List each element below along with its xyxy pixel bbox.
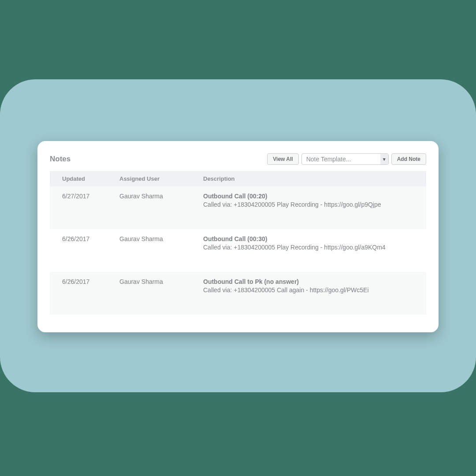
cell-description: Outbound Call to Pk (no answer) Called v…: [203, 278, 414, 294]
description-title: Outbound Call to Pk (no answer): [203, 278, 414, 285]
panel-title: Notes: [50, 155, 71, 164]
add-note-button[interactable]: Add Note: [391, 153, 426, 165]
cell-updated: 6/27/2017: [62, 193, 119, 208]
description-body: Called via: +18304200005 Call again - ht…: [203, 286, 414, 294]
col-header-description: Description: [203, 175, 414, 182]
col-header-assigned-user: Assigned User: [119, 175, 203, 182]
cell-assigned-user: Gaurav Sharma: [119, 235, 203, 251]
table-header: Updated Assigned User Description: [50, 171, 426, 186]
note-template-placeholder: Note Template...: [301, 153, 389, 165]
notes-table: Updated Assigned User Description 6/27/2…: [37, 171, 439, 315]
table-row: 6/26/2017 Gaurav Sharma Outbound Call to…: [50, 272, 426, 315]
header-controls: View All Note Template... ▼ Add Note: [267, 153, 426, 165]
cell-updated: 6/26/2017: [62, 278, 119, 294]
cell-description: Outbound Call (00:30) Called via: +18304…: [203, 235, 414, 251]
table-row: 6/26/2017 Gaurav Sharma Outbound Call (0…: [50, 229, 426, 272]
description-title: Outbound Call (00:20): [203, 193, 414, 200]
panel-header: Notes View All Note Template... ▼ Add No…: [37, 153, 439, 171]
col-header-updated: Updated: [62, 175, 119, 182]
description-body: Called via: +18304200005 Play Recording …: [203, 201, 414, 208]
description-body: Called via: +18304200005 Play Recording …: [203, 244, 414, 251]
cell-assigned-user: Gaurav Sharma: [119, 278, 203, 294]
cell-description: Outbound Call (00:20) Called via: +18304…: [203, 193, 414, 208]
description-title: Outbound Call (00:30): [203, 235, 414, 242]
table-row: 6/27/2017 Gaurav Sharma Outbound Call (0…: [50, 186, 426, 229]
cell-updated: 6/26/2017: [62, 235, 119, 251]
cell-assigned-user: Gaurav Sharma: [119, 193, 203, 208]
view-all-button[interactable]: View All: [267, 153, 298, 165]
note-template-select[interactable]: Note Template... ▼: [301, 153, 389, 165]
notes-panel: Notes View All Note Template... ▼ Add No…: [37, 141, 439, 332]
